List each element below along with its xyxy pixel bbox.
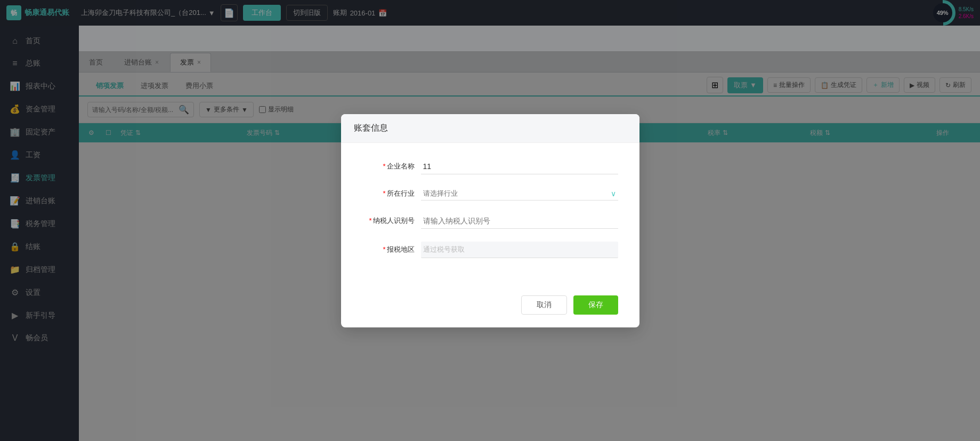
tax-region-disabled-input: 通过税号获取	[421, 242, 618, 258]
modal-overlay: 账套信息 *企业名称 *所在行业 ∨	[0, 0, 980, 441]
industry-select-wrap[interactable]: ∨	[421, 187, 618, 201]
required-star-2: *	[383, 189, 385, 197]
required-star-4: *	[383, 245, 385, 253]
company-name-input[interactable]	[421, 159, 618, 174]
industry-label: *所在行业	[362, 189, 421, 198]
modal-title: 账套信息	[354, 123, 388, 132]
industry-select-input[interactable]	[423, 189, 611, 197]
tax-region-field: *报税地区 通过税号获取	[362, 242, 618, 258]
industry-dropdown-icon: ∨	[611, 189, 616, 198]
required-star-3: *	[369, 217, 371, 224]
tax-id-label: *纳税人识别号	[362, 216, 421, 226]
tax-region-label: *报税地区	[362, 245, 421, 254]
industry-field: *所在行业 ∨	[362, 187, 618, 201]
modal-footer: 取消 保存	[341, 287, 639, 327]
modal-body: *企业名称 *所在行业 ∨ *纳税人识别号	[341, 143, 639, 287]
required-star-1: *	[383, 162, 385, 170]
company-name-label: *企业名称	[362, 162, 421, 171]
tax-id-input[interactable]	[421, 213, 618, 229]
account-info-modal: 账套信息 *企业名称 *所在行业 ∨	[341, 114, 639, 327]
save-button[interactable]: 保存	[573, 295, 618, 315]
company-name-field: *企业名称	[362, 159, 618, 174]
modal-header: 账套信息	[341, 114, 639, 143]
tax-id-field: *纳税人识别号	[362, 213, 618, 229]
cancel-button[interactable]: 取消	[521, 295, 567, 315]
